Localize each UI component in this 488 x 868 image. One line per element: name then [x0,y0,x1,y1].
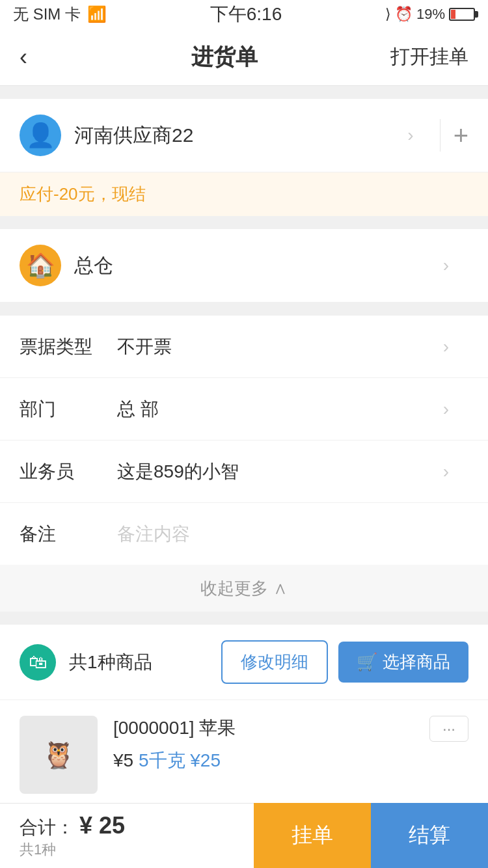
unit-price: ¥5 [113,750,133,770]
product-price: ¥5 5千克 ¥25 [113,748,429,773]
warehouse-section: 🏠 总仓 › [0,229,488,302]
wifi-icon: 📶 [87,5,107,23]
divider [440,119,441,152]
invoice-row[interactable]: 票据类型 不开票 › [0,315,488,377]
supplier-name: 河南供应商22 [74,122,407,149]
pending-button[interactable]: 挂单 [254,803,371,868]
add-button[interactable]: + [454,122,468,148]
status-left: 无 SIM 卡 📶 [13,4,107,25]
footer: 合计： ¥ 25 共1种 挂单 结算 [0,803,488,868]
warehouse-row[interactable]: 🏠 总仓 › [0,229,488,302]
supplier-chevron-icon: › [407,125,413,146]
invoice-chevron-icon: › [443,336,449,357]
supplier-avatar: 👤 [20,115,61,156]
supplier-section: 👤 河南供应商22 › + 应付-20元，现结 [0,99,488,216]
product-count: 共1种商品 [69,650,221,675]
status-right: ⟩ ⏰ 19% [385,6,475,23]
product-section-header: 🛍 共1种商品 修改明细 🛒 选择商品 [0,612,488,699]
quantity: 5千克 [139,750,185,770]
supplier-row[interactable]: 👤 河南供应商22 › + [0,99,488,172]
sales-chevron-icon: › [443,461,449,482]
dept-row[interactable]: 部门 总 部 › [0,377,488,440]
footer-total: 合计： ¥ 25 共1种 [0,803,254,868]
product-info: [0000001] 苹果 ¥5 5千克 ¥25 [113,716,429,773]
edit-detail-button[interactable]: 修改明细 [221,640,328,684]
battery-percent: 19% [416,6,445,23]
warehouse-icon: 🏠 [20,245,61,286]
select-product-cart-icon: 🛒 [357,652,377,672]
carrier-text: 无 SIM 卡 [13,4,81,25]
remark-label: 备注 [20,522,104,547]
sales-row[interactable]: 业务员 这是859的小智 › [0,440,488,502]
avatar-icon: 👤 [26,122,55,149]
total-amount: ¥ 25 [79,812,125,839]
dept-value: 总 部 [104,397,443,422]
gap-1 [0,86,488,99]
subtotal: ¥25 [190,750,221,770]
owl-logo-icon: 🦉 [33,729,85,781]
nav-bar: ‹ 进货单 打开挂单 [0,29,488,86]
product-name: [0000001] 苹果 [113,716,429,740]
invoice-label: 票据类型 [20,334,104,359]
gap-2 [0,216,488,229]
product-thumbnail: 🦉 [20,716,98,794]
total-label: 合计： [20,815,74,840]
location-icon: ⟩ [385,6,391,23]
total-line: 合计： ¥ 25 [20,812,234,840]
select-product-button[interactable]: 🛒 选择商品 [338,642,468,683]
notice-bar: 应付-20元，现结 [0,172,488,216]
back-button[interactable]: ‹ [20,44,59,71]
more-options-button[interactable]: ··· [429,716,468,742]
sales-value: 这是859的小智 [104,459,443,484]
qty-label: 共1种 [20,840,234,860]
product-title: 苹果 [199,718,236,738]
invoice-value: 不开票 [104,334,443,359]
alarm-icon: ⏰ [395,6,413,23]
product-code: [0000001] [113,718,195,738]
status-time: 下午6:16 [210,2,282,27]
dept-chevron-icon: › [443,399,449,420]
open-pending-button[interactable]: 打开挂单 [390,44,468,70]
remark-input[interactable]: 备注内容 [104,522,468,547]
checkout-button[interactable]: 结算 [371,803,488,868]
cart-icon: 🛍 [29,651,47,673]
product-icon: 🛍 [20,644,56,681]
status-bar: 无 SIM 卡 📶 下午6:16 ⟩ ⏰ 19% [0,0,488,29]
warehouse-name: 总仓 [74,252,443,279]
sales-label: 业务员 [20,459,104,484]
page-title: 进货单 [191,42,258,72]
remark-row[interactable]: 备注 备注内容 [0,502,488,565]
warehouse-chevron-icon: › [443,255,449,276]
product-item: 🦉 [0000001] 苹果 ¥5 5千克 ¥25 ··· [0,699,488,809]
collapse-bar[interactable]: 收起更多 ∧ [0,565,488,612]
battery-icon [449,8,475,21]
form-section: 票据类型 不开票 › 部门 总 部 › 业务员 这是859的小智 › 备注 备注… [0,315,488,565]
gap-3 [0,302,488,315]
dept-label: 部门 [20,397,104,422]
